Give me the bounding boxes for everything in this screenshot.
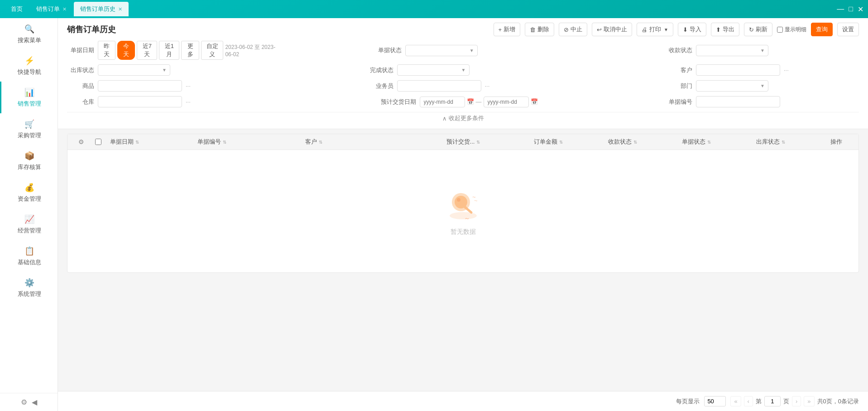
sidebar-item-inventory[interactable]: 📦 库存核算	[0, 145, 58, 177]
th-settings[interactable]: ⚙	[72, 138, 90, 145]
minimize-icon[interactable]: —	[837, 5, 844, 13]
goods-label: 商品	[67, 82, 94, 90]
collapse-button[interactable]: ∧ 收起更多条件	[442, 114, 484, 122]
import-button[interactable]: ⬇ 导入	[678, 23, 706, 36]
customer-dots[interactable]: ···	[782, 66, 791, 74]
settings-button[interactable]: 设置	[837, 23, 859, 36]
th-delivery[interactable]: 预计交货... ⇅	[443, 138, 530, 146]
tab-sales-order-close[interactable]: ✕	[62, 6, 67, 12]
svg-text:~: ~	[474, 197, 478, 204]
page-size-select[interactable]: 50 10 20 100	[704, 396, 726, 406]
tab-sales-order[interactable]: 销售订单 ✕	[30, 2, 73, 16]
tab-sales-order-history-close[interactable]: ✕	[118, 6, 122, 12]
filter-row-3: 商品 ··· 业务员 ··· 部门	[67, 80, 859, 92]
sidebar-item-finance[interactable]: 💰 资金管理	[0, 177, 58, 208]
date-btn-more[interactable]: 更多	[181, 41, 199, 60]
th-out-status[interactable]: 出库状态 ⇅	[753, 138, 827, 146]
customer-label: 客户	[665, 66, 692, 74]
show-detail-checkbox[interactable]	[777, 27, 783, 33]
sidebar-item-search-menu[interactable]: 🔍 搜索菜单	[0, 18, 58, 50]
date-btn-today[interactable]: 今天	[117, 41, 135, 60]
warehouse-control: ···	[98, 96, 261, 107]
sidebar-item-base-info[interactable]: 📋 基础信息	[0, 240, 58, 272]
complete-status-select[interactable]	[397, 64, 470, 76]
th-amount[interactable]: 订单金额 ⇅	[530, 138, 604, 146]
prev-page-button[interactable]: ‹	[744, 396, 753, 406]
delivery-date-to[interactable]	[484, 97, 529, 107]
sidebar-item-sales-mgmt-label: 销售管理	[18, 100, 41, 108]
order-status-select[interactable]	[405, 45, 478, 56]
stop-button[interactable]: ⊘ 中止	[559, 23, 587, 36]
customer-input[interactable]	[696, 64, 780, 76]
sys-mgmt-icon: ⚙️	[24, 277, 35, 288]
cancel-stop-button[interactable]: ↩ 取消中止	[592, 23, 632, 36]
new-button[interactable]: + 新增	[494, 23, 521, 36]
out-status-select[interactable]	[98, 64, 170, 76]
cancel-stop-label: 取消中止	[604, 25, 627, 34]
date-btn-custom[interactable]: 自定义	[201, 41, 224, 60]
out-status-control: ▼	[98, 64, 261, 76]
total-info: 共0页，0条记录	[817, 397, 859, 406]
tab-home[interactable]: 首页	[5, 2, 29, 16]
close-window-icon[interactable]: ✕	[858, 5, 863, 14]
cancel-stop-icon: ↩	[597, 26, 602, 33]
order-no-input[interactable]	[696, 96, 780, 107]
page-number-input[interactable]	[764, 396, 781, 406]
sidebar-collapse-icon[interactable]: ◀	[32, 398, 37, 406]
th-order-no[interactable]: 单据编号 ⇅	[194, 138, 302, 146]
select-all-checkbox[interactable]	[95, 139, 101, 145]
empty-text: 暂无数据	[451, 228, 476, 236]
tab-home-label: 首页	[11, 5, 23, 13]
th-date[interactable]: 单据日期 ⇅	[106, 138, 194, 146]
warehouse-input[interactable]	[98, 96, 182, 107]
export-label: 导出	[723, 25, 734, 34]
svg-text:～: ～	[464, 215, 470, 222]
table-settings-icon[interactable]: ⚙	[78, 138, 84, 145]
delete-button[interactable]: 🗑 删除	[525, 23, 554, 36]
goods-dots[interactable]: ···	[184, 82, 192, 90]
sidebar-item-sales-mgmt[interactable]: 📊 销售管理	[0, 82, 58, 113]
delivery-date-from[interactable]	[420, 97, 465, 107]
next-page-button[interactable]: ›	[792, 396, 801, 406]
ops-mgmt-icon: 📈	[24, 214, 35, 225]
sidebar-settings-icon[interactable]: ⚙	[21, 398, 27, 406]
first-page-button[interactable]: «	[730, 396, 741, 406]
export-button[interactable]: ⬆ 导出	[711, 23, 739, 36]
quick-nav-icon: ⚡	[24, 55, 35, 66]
dept-select[interactable]	[696, 80, 768, 92]
table-footer: 每页显示 50 10 20 100 « ‹ 第 页	[58, 391, 868, 411]
salesperson-input[interactable]	[397, 80, 481, 92]
sidebar-item-purchase-mgmt[interactable]: 🛒 采购管理	[0, 113, 58, 145]
th-checkbox[interactable]	[90, 139, 106, 145]
th-receipt-status[interactable]: 收款状态 ⇅	[604, 138, 679, 146]
refresh-button[interactable]: ↻ 刷新	[744, 23, 772, 36]
goods-input[interactable]	[98, 80, 182, 92]
show-detail-checkbox-wrapper[interactable]: 显示明细	[777, 26, 806, 34]
last-page-button[interactable]: »	[804, 396, 814, 406]
complete-status-control: ▼	[397, 64, 560, 76]
tab-sales-order-history[interactable]: 销售订单历史 ✕	[74, 2, 129, 16]
th-customer[interactable]: 客户 ⇅	[302, 138, 443, 146]
calendar-from-icon[interactable]: 📅	[467, 98, 474, 105]
order-status-control: ▼	[405, 45, 568, 56]
order-status-select-wrapper: ▼	[405, 45, 478, 56]
sidebar-item-quick-nav[interactable]: ⚡ 快捷导航	[0, 50, 58, 82]
date-btn-last7[interactable]: 近7天	[137, 41, 157, 60]
goods-control: ···	[98, 80, 261, 92]
sidebar-item-sys-mgmt[interactable]: ⚙️ 系统管理	[0, 272, 58, 304]
warehouse-label: 仓库	[67, 98, 94, 106]
warehouse-dots[interactable]: ···	[184, 97, 192, 106]
empty-state: ～ ~ ~ 暂无数据	[67, 150, 858, 272]
next-page-icon: ›	[796, 398, 797, 405]
print-button[interactable]: 🖨 打印 ▼	[637, 23, 673, 36]
sidebar-item-ops-mgmt[interactable]: 📈 经营管理	[0, 208, 58, 240]
receipt-status-select[interactable]	[696, 45, 768, 56]
query-button[interactable]: 查询	[811, 23, 833, 36]
expand-icon[interactable]: □	[849, 5, 853, 13]
calendar-to-icon[interactable]: 📅	[531, 98, 538, 105]
salesperson-dots[interactable]: ···	[483, 82, 492, 90]
tab-sales-order-history-label: 销售订单历史	[80, 5, 115, 13]
th-order-status[interactable]: 单据状态 ⇅	[678, 138, 753, 146]
date-btn-yesterday[interactable]: 昨天	[98, 41, 115, 60]
date-btn-last1m[interactable]: 近1月	[159, 41, 179, 60]
